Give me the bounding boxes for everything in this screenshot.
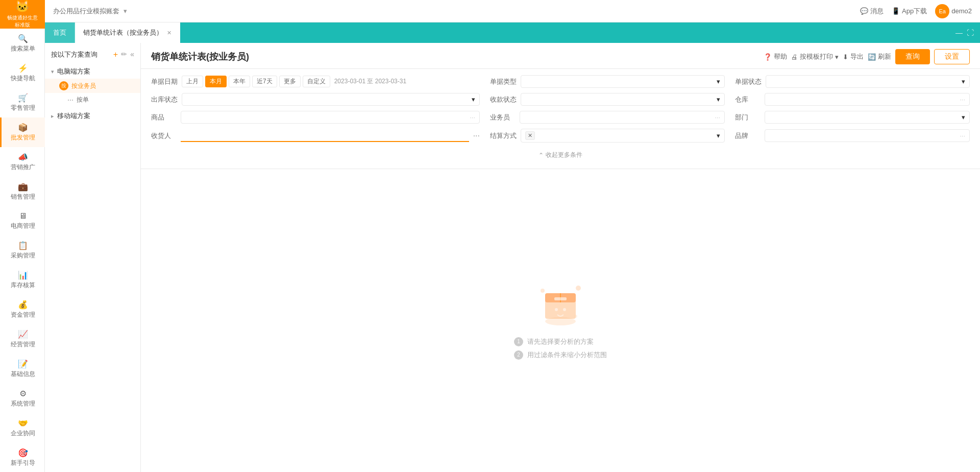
tab-close-icon[interactable]: ✕ [167,30,172,36]
basicinfo-icon: 📝 [4,359,43,369]
desktop-section-header[interactable]: ▾ 电脑端方案 [45,64,140,79]
custom-btn[interactable]: 自定义 [303,76,330,87]
filter-status-cell: 单据状态 ▾ [735,75,970,88]
collect-status-chevron: ▾ [717,96,720,103]
sidebar-item-newbie[interactable]: 🎯 新手引导 [0,443,45,472]
sidebar-item-search[interactable]: 🔍 搜索菜单 [0,29,45,58]
page-header: 销货单统计表(按业务员) ❓ 帮助 🖨 按模板打印 ▾ ⬇ 导出 [141,43,980,69]
dept-cell: 部门 ▾ [735,111,970,124]
goods-cell: 商品 ··· [151,111,480,124]
tab-sales-stats-label: 销货单统计表（按业务员） [83,28,163,37]
export-btn[interactable]: ⬇ 导出 [843,52,864,61]
date-filter-label: 单据日期 [151,77,178,86]
settle-cell: 结算方式 ✕ ▾ [490,129,725,143]
logo-text: 畅捷通好生意 [7,14,38,21]
panel-add-icon[interactable]: + [113,50,118,59]
step-1-circle: 1 [514,337,523,346]
main-content: 办公用品行业模拟账套 ▾ 💬 消息 📱 App下载 Ea demo2 首页 销货… [45,0,980,472]
sidebar-item-label: 采购管理 [4,251,43,260]
sidebar-item-marketing[interactable]: 📣 营销推广 [0,147,45,177]
filter-row-1: 单据日期 上月 本月 本年 近7天 更多 自定义 2023-03-01 至 20… [151,75,970,88]
sidebar-item-quicknav[interactable]: ⚡ 快捷导航 [0,58,45,88]
panel-collapse-icon[interactable]: « [130,50,134,59]
sidebar-item-collab[interactable]: 🤝 企业协同 [0,413,45,443]
svg-point-9 [574,315,577,318]
search-nav-icon: 🔍 [4,34,43,43]
receiver-cell: 收货人 ··· [151,129,480,142]
sidebar-item-label: 零售管理 [4,104,43,112]
sidebar-item-sales[interactable]: 💼 销售管理 [0,177,45,206]
tab-minimize-icon[interactable]: — [955,29,963,37]
brand-select[interactable]: ··· [765,129,970,142]
last-month-btn[interactable]: 上月 [182,76,203,87]
this-year-btn[interactable]: 本年 [229,76,250,87]
header-right: 💬 消息 📱 App下载 Ea demo2 [860,4,972,18]
panel-item-by-salesman[interactable]: 按 按业务员 [45,79,140,93]
empty-step-2: 2 用过滤条件来缩小分析范围 [514,350,607,360]
collapse-conditions-btn[interactable]: ⌃ 收起更多条件 [151,148,970,162]
tabs-bar: 首页 销货单统计表（按业务员） ✕ — ⛶ [45,22,980,43]
dept-select[interactable]: ▾ [765,111,970,124]
receiver-label: 收货人 [151,131,177,140]
content-area: 按以下方案查询 + ✏ « ▾ 电脑端方案 按 按业务员 ⋯ 按 [45,43,980,472]
receiver-dots-icon[interactable]: ··· [473,131,480,140]
goods-label: 商品 [151,113,177,122]
out-status-select[interactable]: ▾ [182,93,480,106]
sidebar-item-label: 基础信息 [4,370,43,379]
receiver-input[interactable] [181,129,469,142]
type-select[interactable]: ▾ [521,75,725,88]
salesman-item-label: 按业务员 [71,82,96,90]
settle-clear-tag[interactable]: ✕ [525,131,535,140]
last-7-days-btn[interactable]: 近7天 [252,76,277,87]
help-btn[interactable]: ❓ 帮助 [764,52,787,61]
sidebar-item-inventory[interactable]: 📊 库存核算 [0,265,45,295]
sidebar-item-basic-info[interactable]: 📝 基础信息 [0,354,45,384]
more-btn[interactable]: 更多 [279,76,301,87]
print-chevron-icon: ▾ [835,53,839,61]
message-icon: 💬 [860,7,868,15]
sidebar-item-operations[interactable]: 📈 经营管理 [0,324,45,354]
sidebar-item-label: 库存核算 [4,281,43,290]
print-icon: 🖨 [791,53,798,61]
sidebar-item-ecommerce[interactable]: 🖥 电商管理 [0,206,45,235]
sidebar-item-label: 快捷导航 [4,74,43,83]
app-download-btn[interactable]: 📱 App下载 [892,7,927,16]
sidebar-item-purchase[interactable]: 📋 采购管理 [0,235,45,265]
this-month-btn[interactable]: 本月 [205,76,227,87]
empty-inner: 1 请先选择要分析的方案 2 用过滤条件来缩小分析范围 [514,278,607,364]
sidebar-item-wholesale[interactable]: 📦 批发管理 [0,117,45,147]
message-btn[interactable]: 💬 消息 [860,7,884,16]
sidebar-item-retail[interactable]: 🛒 零售管理 [0,88,45,117]
mobile-section-label: 移动端方案 [57,111,90,121]
logo[interactable]: 🐱 畅捷通好生意 标准版 [0,0,45,29]
brand-label: 品牌 [735,131,761,140]
tab-home[interactable]: 首页 [45,22,75,43]
settle-select[interactable]: ✕ ▾ [521,129,725,143]
panel-section-mobile: ▸ 移动端方案 [45,109,140,123]
panel-item-by-order[interactable]: ⋯ 按单 [45,93,140,107]
panel-section-desktop: ▾ 电脑端方案 按 按业务员 ⋯ 按单 [45,64,140,107]
marketing-icon: 📣 [4,152,43,162]
template-print-btn[interactable]: 🖨 按模板打印 ▾ [791,52,839,61]
goods-select[interactable]: ··· [181,111,480,124]
sidebar-item-system[interactable]: ⚙ 系统管理 [0,384,45,413]
settings-button[interactable]: 设置 [934,49,970,64]
tab-sales-stats[interactable]: 销货单统计表（按业务员） ✕ [75,22,180,43]
query-button[interactable]: 查询 [895,49,930,64]
panel-edit-icon[interactable]: ✏ [121,50,127,59]
dropdown-chevron-icon[interactable]: ▾ [124,7,127,15]
warehouse-select[interactable]: ··· [765,93,970,106]
salesman-select[interactable]: ··· [520,111,725,124]
date-range-text: 2023-03-01 至 2023-03-31 [334,77,406,86]
sidebar-item-label: 新手引导 [4,459,43,467]
mobile-section-header[interactable]: ▸ 移动端方案 [45,109,140,123]
sidebar-item-finance[interactable]: 💰 资金管理 [0,295,45,324]
status-select[interactable]: ▾ [766,75,970,88]
salesman-dots: ··· [715,113,720,121]
sidebar-item-label: 营销推广 [4,163,43,172]
refresh-btn[interactable]: 🔄 刷新 [868,52,891,61]
user-avatar-area[interactable]: Ea demo2 [935,4,972,18]
tab-maximize-icon[interactable]: ⛶ [967,29,974,37]
header-left: 办公用品行业模拟账套 ▾ [53,7,127,16]
collect-status-select[interactable]: ▾ [521,93,725,106]
